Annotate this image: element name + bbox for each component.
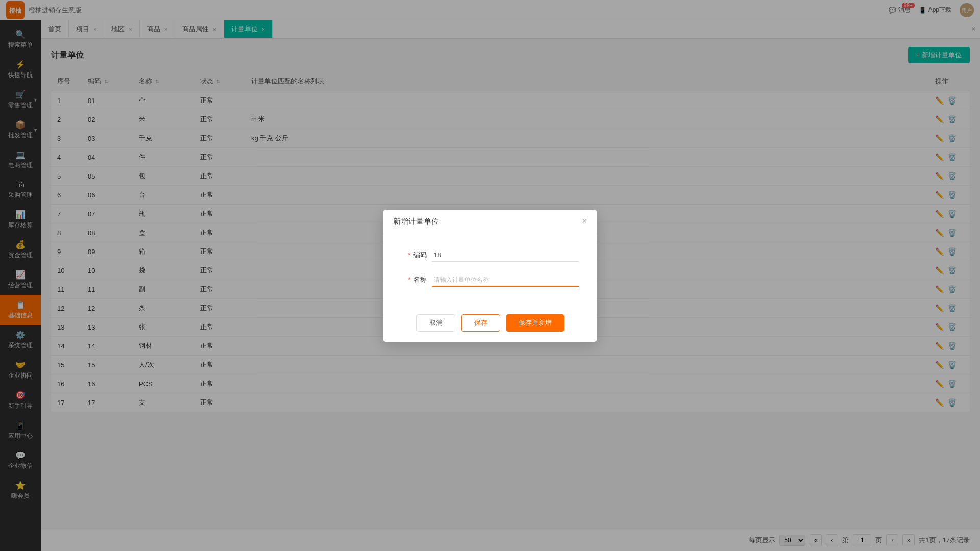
code-input[interactable] <box>432 248 579 262</box>
modal-close-button[interactable]: × <box>582 217 587 226</box>
form-row-code: * 编码 <box>401 248 579 262</box>
save-button[interactable]: 保存 <box>461 314 500 332</box>
name-input[interactable] <box>432 273 579 287</box>
modal-body: * 编码 * 名称 <box>383 234 597 308</box>
modal-footer: 取消 保存 保存并新增 <box>383 308 597 342</box>
save-and-new-button[interactable]: 保存并新增 <box>506 314 564 332</box>
form-label-name: * 名称 <box>401 275 432 284</box>
cancel-button[interactable]: 取消 <box>416 314 455 332</box>
modal-header: 新增计量单位 × <box>383 210 597 234</box>
add-unit-modal: 新增计量单位 × * 编码 * 名称 取消 保存 保存并新增 <box>383 210 597 342</box>
modal-title: 新增计量单位 <box>393 217 439 227</box>
form-row-name: * 名称 <box>401 273 579 287</box>
modal-overlay: 新增计量单位 × * 编码 * 名称 取消 保存 保存并新增 <box>0 0 980 551</box>
form-label-code: * 编码 <box>401 251 432 260</box>
required-mark-code: * <box>408 251 410 259</box>
required-mark-name: * <box>408 276 410 283</box>
